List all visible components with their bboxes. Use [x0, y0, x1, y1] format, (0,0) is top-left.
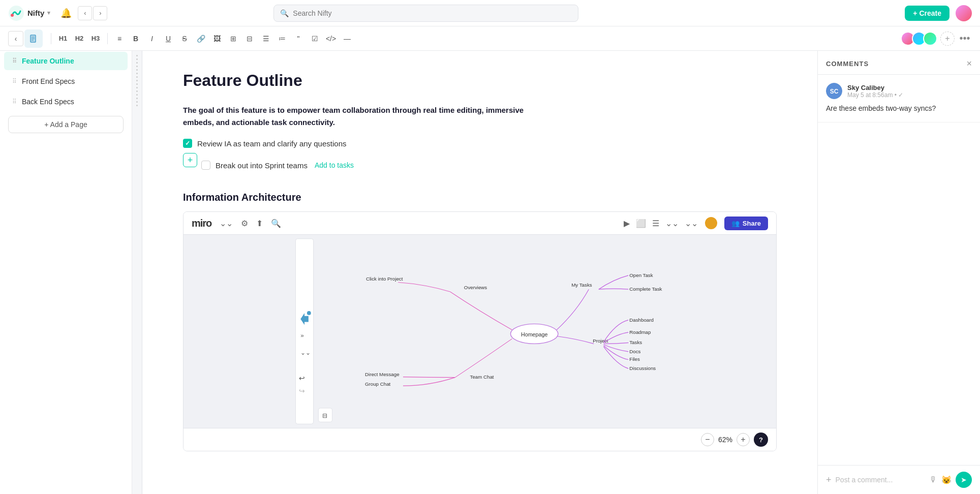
user-avatar[interactable] [956, 5, 972, 21]
send-comment-btn[interactable]: ➤ [956, 472, 972, 488]
forward-arrow-btn[interactable]: › [93, 6, 107, 20]
ruler-dot [136, 76, 138, 78]
more-options-button[interactable]: ••• [958, 32, 972, 46]
editor-area[interactable]: Feature Outline The goal of this feature… [142, 51, 817, 494]
top-navigation: Nifty ▾ 🔔 ‹ › 🔍 + Create [0, 0, 980, 26]
ruler-dot [136, 105, 138, 106]
add-to-tasks-link[interactable]: Add to tasks [315, 161, 354, 169]
comment-user-info: Sky Calibey May 5 at 8:56am • ✓ [847, 84, 972, 99]
miro-user-avatar [704, 216, 718, 230]
align-button[interactable]: ≡ [112, 31, 127, 46]
italic-button[interactable]: I [144, 31, 160, 46]
comment-add-icon[interactable]: + [826, 475, 832, 485]
comments-input-area: + 🎙 😺 ➤ [818, 465, 980, 494]
comment-header: SC Sky Calibey May 5 at 8:56am • ✓ [826, 83, 972, 99]
zoom-in-btn[interactable]: + [737, 433, 750, 446]
table-button[interactable]: ⊟ [242, 31, 257, 46]
image-button[interactable]: 🖼 [209, 31, 225, 46]
ruler-dot [136, 69, 138, 71]
sidebar-item-front-end-specs[interactable]: ⠿ Front End Specs [4, 72, 128, 90]
miro-options-btn[interactable]: ⌄⌄ [685, 219, 698, 228]
editor-lead-text: The goal of this feature is to empower t… [183, 104, 529, 129]
h2-button[interactable]: H2 [72, 31, 87, 46]
bold-button[interactable]: B [128, 31, 143, 46]
miro-share-btn[interactable]: 👥 Share [724, 217, 768, 230]
checklist-item-1: Review IA as team and clarify any questi… [183, 139, 777, 148]
comment-text: Are these embeds two-way syncs? [826, 103, 972, 114]
svg-text:Team Chat: Team Chat [470, 374, 494, 380]
checkbox-checked[interactable] [183, 139, 192, 148]
svg-text:↩: ↩ [299, 375, 305, 382]
comments-panel: COMMENTS × SC Sky Calibey May 5 at 8:56a… [817, 51, 980, 494]
app-logo[interactable]: Nifty ▾ [8, 5, 50, 21]
section-title: Information Architecture [183, 192, 777, 203]
code-button[interactable]: </> [323, 31, 339, 46]
sidebar-item-feature-outline[interactable]: ⠿ Feature Outline [4, 52, 128, 70]
add-page-button[interactable]: + Add a Page [8, 116, 124, 133]
ruler-dot [136, 90, 138, 92]
main-layout: ⠿ Feature Outline ⠿ Front End Specs ⠿ Ba… [0, 51, 980, 494]
search-input[interactable] [293, 9, 572, 17]
miro-expand-btn[interactable]: ▶ [624, 219, 630, 228]
h1-button[interactable]: H1 [55, 31, 71, 46]
add-block-button[interactable]: + [183, 153, 197, 167]
ruler-dot [136, 73, 138, 74]
back-arrow-btn[interactable]: ‹ [78, 6, 92, 20]
ruler-dot [136, 94, 138, 96]
checkbox-unchecked[interactable] [201, 161, 210, 170]
add-collaborator-button[interactable]: + [940, 32, 955, 46]
comment-input[interactable] [836, 476, 925, 484]
gallery-button[interactable]: ⊞ [226, 31, 241, 46]
svg-text:Complete Task: Complete Task [629, 286, 662, 292]
ordered-list-button[interactable]: ≔ [274, 31, 290, 46]
svg-text:SC: SC [830, 88, 839, 95]
nav-arrows: ‹ › [78, 6, 107, 20]
zoom-out-btn[interactable]: − [701, 433, 714, 446]
commenter-name: Sky Calibey [847, 84, 972, 91]
miro-canvas[interactable]: » ⌄⌄ ↩ ↪ ⊟ Homepage [183, 235, 776, 428]
quote-button[interactable]: " [291, 31, 306, 46]
svg-point-10 [307, 311, 311, 315]
ruler-dot [136, 83, 138, 85]
miro-present-btn[interactable]: ⬜ [636, 219, 646, 228]
svg-text:My Tasks: My Tasks [571, 282, 592, 288]
miro-search-btn[interactable]: 🔍 [271, 219, 281, 228]
svg-text:Overviews: Overviews [464, 285, 487, 290]
miro-embed: miro ⌄⌄ ⚙ ⬆ 🔍 ▶ ⬜ ☰ ⌄⌄ ⌄⌄ 👥 Share [183, 211, 777, 451]
help-btn[interactable]: ? [754, 433, 768, 447]
toolbar-back-btn[interactable]: ‹ [8, 31, 23, 46]
minus-button[interactable]: — [340, 31, 355, 46]
mic-btn[interactable]: 🎙 [929, 475, 937, 484]
underline-button[interactable]: U [161, 31, 176, 46]
miro-toolbar-right: ▶ ⬜ ☰ ⌄⌄ ⌄⌄ 👥 Share [624, 216, 768, 230]
svg-text:Open Task: Open Task [629, 272, 653, 278]
ruler-dot [136, 55, 138, 56]
app-caret: ▾ [47, 10, 50, 16]
miro-list-btn[interactable]: ☰ [652, 219, 659, 228]
left-ruler [132, 51, 142, 494]
miro-share-upload-btn[interactable]: ⬆ [256, 219, 263, 228]
sidebar-item-back-end-specs[interactable]: ⠿ Back End Specs [4, 92, 128, 111]
drag-handle: ⠿ [12, 78, 17, 85]
emoji-btn[interactable]: 😺 [941, 475, 952, 485]
search-icon: 🔍 [280, 9, 289, 17]
svg-text:⌄⌄: ⌄⌄ [300, 349, 311, 356]
checkbox-button[interactable]: ☑ [307, 31, 322, 46]
miro-more-btn[interactable]: ⌄⌄ [665, 219, 679, 228]
drag-handle: ⠿ [12, 57, 17, 65]
list-button[interactable]: ☰ [258, 31, 273, 46]
notification-bell[interactable]: 🔔 [60, 8, 72, 19]
comment-item: SC Sky Calibey May 5 at 8:56am • ✓ Are t… [818, 75, 980, 122]
create-button[interactable]: + Create [905, 6, 950, 21]
svg-text:Docs: Docs [629, 349, 640, 354]
h3-button[interactable]: H3 [88, 31, 103, 46]
miro-collapse-btn[interactable]: ⌄⌄ [220, 219, 233, 228]
strikethrough-button[interactable]: S [177, 31, 192, 46]
miro-settings-btn[interactable]: ⚙ [241, 219, 248, 228]
ruler-dot [136, 87, 138, 88]
doc-icon-group[interactable] [24, 29, 43, 48]
miro-logo: miro [192, 218, 211, 229]
comments-close-btn[interactable]: × [966, 59, 972, 68]
collaborator-avatars [901, 32, 937, 46]
link-button[interactable]: 🔗 [193, 31, 208, 46]
